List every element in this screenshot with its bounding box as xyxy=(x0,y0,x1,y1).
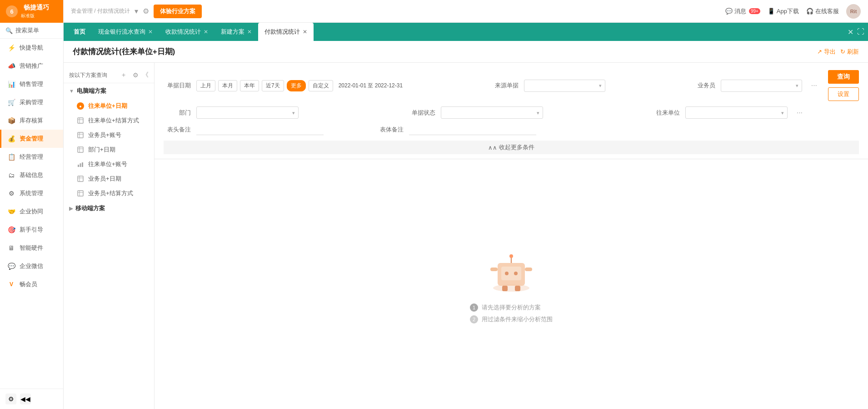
scheme-settings-button[interactable]: ⚙ xyxy=(130,70,140,80)
tab-expand-icon[interactable]: ⛶ xyxy=(857,28,864,36)
export-icon: ↗ xyxy=(817,48,822,55)
sidebar-item-enterprise[interactable]: 🤝 企业协同 xyxy=(0,202,63,221)
filter-area: 单据日期 上月 本月 本年 近7天 更多 自定义 2022-01-01 至 20… xyxy=(155,63,868,159)
counterparty-select[interactable] xyxy=(685,106,788,119)
customer-service-btn[interactable]: 🎧 在线客服 xyxy=(806,7,839,15)
topbar-settings-icon[interactable]: ⚙ xyxy=(143,7,149,15)
service-icon: 🎧 xyxy=(806,8,813,15)
tab-bank-flow-close[interactable]: ✕ xyxy=(148,29,153,35)
app-download-btn[interactable]: 📱 App下载 xyxy=(768,7,799,15)
scheme-item-dept-date[interactable]: 部门+日期 xyxy=(64,142,154,157)
trial-button[interactable]: 体验行业方案 xyxy=(154,5,202,18)
date-btn-last-month[interactable]: 上月 xyxy=(196,80,215,91)
filter-settings-button[interactable]: 设置 xyxy=(828,87,859,101)
date-btn-this-month[interactable]: 本月 xyxy=(218,80,237,91)
dept-select-wrapper: ▾ xyxy=(196,106,299,119)
sidebar-item-system[interactable]: ⚙ 系统管理 xyxy=(0,184,63,202)
tab-new-scheme-close[interactable]: ✕ xyxy=(247,29,252,35)
tab-home[interactable]: 首页 xyxy=(67,23,92,41)
filter-panel: 单据日期 上月 本月 本年 近7天 更多 自定义 2022-01-01 至 20… xyxy=(155,63,868,409)
scheme-item-staff-date[interactable]: 业务员+日期 xyxy=(64,172,154,186)
tab-new-scheme[interactable]: 新建方案 ✕ xyxy=(215,23,258,41)
tab-home-label: 首页 xyxy=(74,28,85,36)
sidebar-search[interactable]: 🔍 搜索菜单 xyxy=(0,23,63,39)
body-layout: 按以下方案查询 ＋ ⚙ 《 ▼ 电脑端方案 ● 往来单位+日期 往来单位+结算方… xyxy=(64,63,868,409)
sidebar-item-capital[interactable]: 💰 资金管理 xyxy=(0,130,63,148)
capital-icon: 💰 xyxy=(7,134,16,143)
dept-select[interactable] xyxy=(196,106,299,119)
body-notes-input[interactable] xyxy=(409,124,536,135)
query-button[interactable]: 查询 xyxy=(828,70,859,84)
status-select[interactable] xyxy=(441,106,543,119)
svg-rect-27 xyxy=(502,286,508,291)
sidebar-item-wechat[interactable]: 💬 企业微信 xyxy=(0,257,63,275)
sidebar-item-label: 销售管理 xyxy=(20,80,43,88)
tab-receipt-stats-close[interactable]: ✕ xyxy=(204,29,208,35)
tab-payment-stats-label: 付款情况统计 xyxy=(264,28,300,36)
counterparty-label: 往来单位 xyxy=(656,109,680,117)
scheme-collapse-button[interactable]: 《 xyxy=(142,71,149,79)
counterparty-dots[interactable]: ··· xyxy=(797,109,803,117)
topbar: 资金管理 / 付款情况统计 ▾ ⚙ 体验行业方案 💬 消息 99+ 📱 App下… xyxy=(64,0,868,23)
scheme-item-label: 往来单位+结算方式 xyxy=(88,116,139,125)
scheme-item-counterparty-date[interactable]: ● 往来单位+日期 xyxy=(64,99,154,113)
scheme-item-staff-account[interactable]: 业务员+账号 xyxy=(64,128,154,142)
logo-icon: 6 xyxy=(5,5,18,18)
topbar-dropdown-icon[interactable]: ▾ xyxy=(135,7,138,15)
sidebar-item-marketing[interactable]: 📣 营销推广 xyxy=(0,57,63,75)
export-button[interactable]: ↗ 导出 xyxy=(817,48,836,56)
salesperson-dots[interactable]: ··· xyxy=(811,81,817,90)
marketing-icon: 📣 xyxy=(7,61,16,71)
svg-rect-7 xyxy=(78,132,83,138)
svg-point-30 xyxy=(509,254,513,258)
tab-payment-stats-close[interactable]: ✕ xyxy=(303,29,307,35)
scheme-item-counterparty-settle[interactable]: 往来单位+结算方式 xyxy=(64,113,154,128)
hardware-icon: 🖥 xyxy=(7,243,16,252)
tab-payment-stats[interactable]: 付款情况统计 ✕ xyxy=(258,23,314,41)
date-btn-custom[interactable]: 自定义 xyxy=(309,80,333,91)
date-btn-last-7days[interactable]: 近7天 xyxy=(262,80,284,91)
scheme-desktop-category[interactable]: ▼ 电脑端方案 xyxy=(64,83,154,99)
table-icon-1 xyxy=(76,116,85,125)
sidebar-item-label: 畅会员 xyxy=(20,280,37,288)
sidebar-item-operation[interactable]: 📋 经营管理 xyxy=(0,148,63,166)
refresh-button[interactable]: ↻ 刷新 xyxy=(840,48,859,56)
message-btn[interactable]: 💬 消息 99+ xyxy=(725,7,760,15)
svg-rect-13 xyxy=(78,165,79,167)
salesperson-select[interactable] xyxy=(721,80,802,92)
topbar-right: 💬 消息 99+ 📱 App下载 🎧 在线客服 Rit xyxy=(725,4,861,19)
date-btn-more[interactable]: 更多 xyxy=(287,80,306,91)
sidebar-collapse-icon[interactable]: ◀◀ xyxy=(20,394,31,404)
sidebar-item-purchase[interactable]: 🛒 采购管理 xyxy=(0,93,63,111)
tab-receipt-stats[interactable]: 收款情况统计 ✕ xyxy=(159,23,215,41)
desktop-category-label: 电脑端方案 xyxy=(77,87,106,95)
sidebar-item-label: 企业微信 xyxy=(20,262,43,270)
svg-rect-10 xyxy=(78,147,83,152)
sidebar-item-basic[interactable]: 🗂 基础信息 xyxy=(0,166,63,184)
sidebar-item-guide[interactable]: 🎯 新手引导 xyxy=(0,221,63,239)
scheme-item-counterparty-account[interactable]: 往来单位+账号 xyxy=(64,157,154,172)
empty-tips: 1 请先选择要分析的方案 2 用过滤条件来缩小分析范围 xyxy=(470,303,553,323)
scheme-mobile-category[interactable]: ▶ 移动端方案 xyxy=(64,201,154,216)
sidebar-item-sales[interactable]: 📊 销售管理 xyxy=(0,75,63,93)
scheme-add-button[interactable]: ＋ xyxy=(119,70,129,80)
header-notes-input[interactable] xyxy=(196,124,324,135)
sidebar-item-member[interactable]: V 畅会员 xyxy=(0,275,63,293)
app-icon: 📱 xyxy=(768,8,775,15)
tab-bank-flow[interactable]: 现金银行流水查询 ✕ xyxy=(92,23,159,41)
scheme-item-label: 业务员+日期 xyxy=(88,175,121,183)
sidebar-item-label: 资金管理 xyxy=(20,135,43,143)
user-avatar[interactable]: Rit xyxy=(846,4,861,19)
sidebar-item-stock[interactable]: 📦 库存核算 xyxy=(0,111,63,130)
scheme-header: 按以下方案查询 ＋ ⚙ 《 xyxy=(64,67,154,83)
sidebar-item-quick-nav[interactable]: ⚡ 快捷导航 xyxy=(0,39,63,57)
mobile-category-label: 移动端方案 xyxy=(75,204,105,212)
sidebar-item-hardware[interactable]: 🖥 智能硬件 xyxy=(0,239,63,257)
scheme-item-staff-settle[interactable]: 业务员+结算方式 xyxy=(64,186,154,201)
tab-close-all-icon[interactable]: ✕ xyxy=(848,28,853,36)
source-select[interactable] xyxy=(524,80,605,92)
sales-icon: 📊 xyxy=(7,80,16,89)
sidebar-settings-icon[interactable]: ⚙ xyxy=(5,394,16,404)
date-btn-this-year[interactable]: 本年 xyxy=(240,80,259,91)
collapse-more-button[interactable]: ∧∧ 收起更多条件 xyxy=(164,141,859,154)
